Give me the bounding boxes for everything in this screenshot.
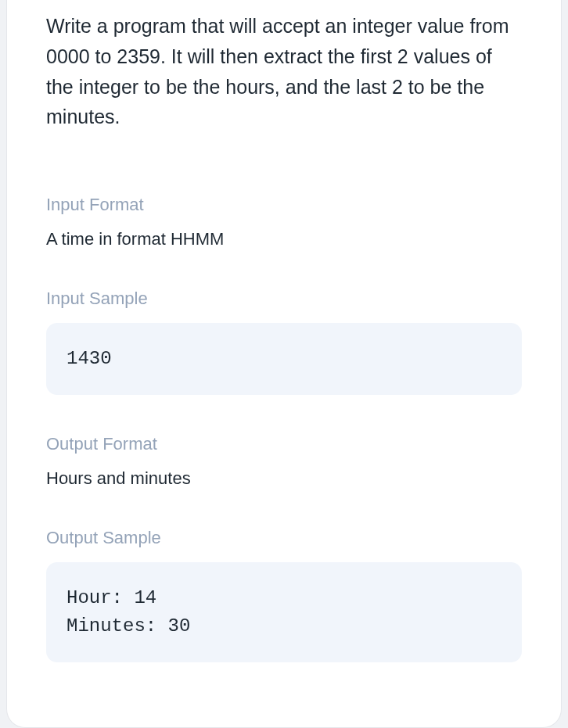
output-format-text: Hours and minutes [46,468,522,489]
output-sample-label: Output Sample [46,528,522,548]
input-sample-label: Input Sample [46,289,522,309]
input-format-text: A time in format HHMM [46,229,522,249]
problem-card: Write a program that will accept an inte… [6,0,562,728]
input-format-label: Input Format [46,195,522,215]
output-sample-code: Hour: 14 Minutes: 30 [46,562,522,662]
problem-statement: Write a program that will accept an inte… [46,11,522,132]
input-sample-code: 1430 [46,323,522,395]
output-format-label: Output Format [46,434,522,454]
